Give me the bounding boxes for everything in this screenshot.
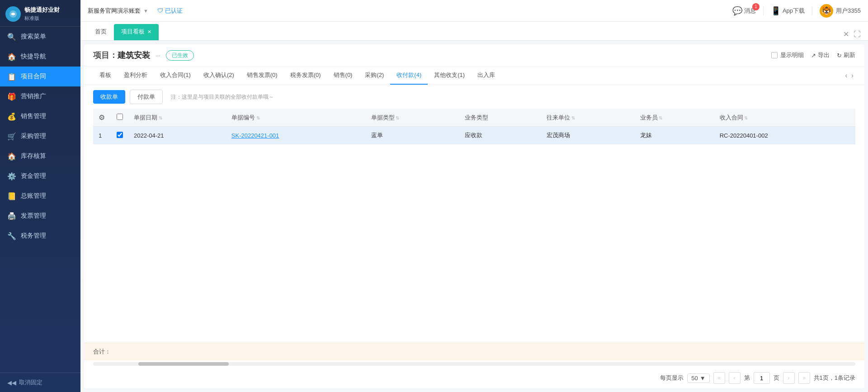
sub-tab-receipt[interactable]: 收付款(4) <box>390 67 428 85</box>
sidebar-item-label: 税务管理 <box>21 232 46 240</box>
settings-header[interactable]: ⚙ <box>93 109 111 127</box>
inventory-icon: 🏠 <box>7 152 16 161</box>
sub-tab-sales[interactable]: 销售(0) <box>327 67 359 85</box>
sidebar-item-label: 发票管理 <box>21 212 46 220</box>
app-download-label: App下载 <box>783 7 805 15</box>
next-page-icon: › <box>788 375 790 381</box>
app-name: 畅捷通好业财 <box>24 6 60 14</box>
next-page-btn[interactable]: › <box>783 372 795 384</box>
page-input[interactable] <box>754 372 770 384</box>
topbar-left: 新服务官网演示账套 ▼ 🛡 已认证 <box>88 7 732 15</box>
user-btn[interactable]: 🐯 用户3355 <box>820 4 861 18</box>
sidebar-item-capital[interactable]: ⚙️ 资金管理 <box>0 166 80 186</box>
row-salesman: 龙妹 <box>635 127 714 144</box>
scrollbar-thumb[interactable] <box>138 362 229 366</box>
sidebar-item-search[interactable]: 🔍 搜索菜单 <box>0 27 80 47</box>
table-header-row: ⚙ 单据日期 单据编号 单据类型 业务类型 往来单位 业务员 收入合同 <box>93 109 855 127</box>
settings-icon[interactable]: ⚙ <box>99 114 105 121</box>
tab-project-board[interactable]: 项目看板 ✕ <box>114 24 159 40</box>
sidebar-item-purchase[interactable]: 🛒 采购管理 <box>0 126 80 146</box>
sub-tab-other-expense[interactable]: 其他收支(1) <box>428 67 471 85</box>
sidebar-item-tax[interactable]: 🔧 税务管理 <box>0 226 80 246</box>
sub-tab-income-confirm[interactable]: 收入确认(2) <box>197 67 241 85</box>
sidebar-item-label: 项目合同 <box>21 72 46 81</box>
app-download-btn[interactable]: 📱 App下载 <box>771 6 805 16</box>
sidebar-logo: 畅捷通好业财 标准版 <box>0 0 80 27</box>
first-page-btn[interactable]: « <box>713 372 725 384</box>
sub-tab-profit[interactable]: 盈利分析 <box>118 67 154 85</box>
topbar: 新服务官网演示账套 ▼ 🛡 已认证 💬 消息 1 📱 App下载 🐯 用 <box>80 0 868 22</box>
doc-number-link[interactable]: SK-20220421-001 <box>231 132 279 139</box>
per-page-select[interactable]: 50 ▼ <box>687 373 709 383</box>
page-unit: 页 <box>774 374 779 382</box>
sidebar-item-sales[interactable]: 💰 销售管理 <box>0 106 80 126</box>
export-icon: ↗ <box>811 52 816 59</box>
refresh-btn[interactable]: ↻ 刷新 <box>837 51 855 59</box>
col-number[interactable]: 单据编号 <box>226 109 366 127</box>
contract-icon: 📋 <box>7 72 16 81</box>
message-icon: 💬 <box>732 6 742 16</box>
project-header: 项目： 建筑安装 ··· 已生效 显示明细 ↗ 导出 ↻ 刷新 <box>84 44 864 67</box>
sub-tab-purchase[interactable]: 采购(2) <box>359 67 390 85</box>
prev-page-btn[interactable]: ‹ <box>729 372 741 384</box>
row-number[interactable]: SK-20220421-001 <box>226 127 366 144</box>
tab-home[interactable]: 首页 <box>88 24 114 40</box>
sidebar-item-contract[interactable]: 📋 项目合同 <box>0 67 80 86</box>
checkbox-icon <box>771 52 778 58</box>
close-window-icon[interactable]: ✕ <box>843 30 849 38</box>
sidebar-item-label: 总账管理 <box>21 192 46 200</box>
messages-btn[interactable]: 💬 消息 1 <box>732 6 756 16</box>
project-prefix: 项目： <box>93 50 118 61</box>
sidebar-item-label: 采购管理 <box>21 132 46 140</box>
receipt-filter-btn[interactable]: 收款单 <box>93 90 125 104</box>
table-wrap: ⚙ 单据日期 单据编号 单据类型 业务类型 往来单位 业务员 收入合同 <box>84 109 864 343</box>
pagination: 每页显示 50 ▼ « ‹ 第 页 › » 共1页，1条记录 <box>84 368 864 388</box>
account-selector[interactable]: 新服务官网演示账套 ▼ <box>88 7 148 15</box>
maximize-window-icon[interactable]: ⛶ <box>854 30 861 38</box>
row-checkbox[interactable] <box>117 132 123 138</box>
row-income-contract: RC-20220401-002 <box>714 127 855 144</box>
tab-close-icon[interactable]: ✕ <box>147 29 151 35</box>
sub-tab-sales-invoice[interactable]: 销售发票(0) <box>241 67 284 85</box>
col-income-contract[interactable]: 收入合同 <box>714 109 855 127</box>
sidebar-item-inventory[interactable]: 🏠 库存核算 <box>0 146 80 166</box>
account-name: 新服务官网演示账套 <box>88 7 141 15</box>
sub-tab-next-icon[interactable]: › <box>849 72 855 80</box>
row-type: 蓝单 <box>366 127 459 144</box>
verified-badge: 🛡 已认证 <box>157 7 183 15</box>
refresh-icon: ↻ <box>837 52 842 59</box>
user-label: 用户3355 <box>836 7 861 15</box>
purchase-icon: 🛒 <box>7 132 16 141</box>
sub-tab-prev-icon[interactable]: ‹ <box>843 72 849 80</box>
summary-label: 合计： <box>93 348 111 356</box>
content-area: 项目： 建筑安装 ··· 已生效 显示明细 ↗ 导出 ↻ 刷新 <box>84 44 864 388</box>
sub-tab-kanban[interactable]: 看板 <box>93 67 118 85</box>
sidebar-item-ledger[interactable]: 📒 总账管理 <box>0 186 80 206</box>
sub-tabs: 看板盈利分析收入合同(1)收入确认(2)销售发票(0)税务发票(0)销售(0)采… <box>84 67 864 85</box>
col-type[interactable]: 单据类型 <box>366 109 459 127</box>
show-detail-checkbox[interactable]: 显示明细 <box>771 51 804 59</box>
export-btn[interactable]: ↗ 导出 <box>811 51 830 59</box>
project-more-btn[interactable]: ··· <box>156 52 160 59</box>
col-counterparty[interactable]: 往来单位 <box>541 109 635 127</box>
row-index: 1 <box>93 127 111 144</box>
select-all-checkbox[interactable] <box>117 114 123 120</box>
payment-filter-btn[interactable]: 付款单 <box>130 90 163 104</box>
sub-tab-income-contract[interactable]: 收入合同(1) <box>154 67 197 85</box>
ledger-icon: 📒 <box>7 191 16 201</box>
sidebar-item-quick[interactable]: 🏠 快捷导航 <box>0 47 80 67</box>
sidebar-item-marketing[interactable]: 🎁 营销推广 <box>0 86 80 106</box>
sub-tab-tax-invoice[interactable]: 税务发票(0) <box>284 67 327 85</box>
cancel-pin-btn[interactable]: ◀◀ 取消固定 <box>0 373 80 392</box>
sub-tab-warehouse[interactable]: 出入库 <box>471 67 501 85</box>
sidebar-item-label: 销售管理 <box>21 112 46 120</box>
topbar-divider <box>763 6 764 15</box>
col-date[interactable]: 单据日期 <box>128 109 226 127</box>
scrollbar-track <box>93 362 855 366</box>
table-head: ⚙ 单据日期 单据编号 单据类型 业务类型 往来单位 业务员 收入合同 <box>93 109 855 127</box>
last-page-btn[interactable]: » <box>798 372 810 384</box>
table-row[interactable]: 1 2022-04-21 SK-20220421-001 蓝单 应收款 宏茂商场… <box>93 127 855 144</box>
search-icon: 🔍 <box>7 32 16 41</box>
col-salesman[interactable]: 业务员 <box>635 109 714 127</box>
sidebar-item-invoice[interactable]: 🖨️ 发票管理 <box>0 206 80 226</box>
